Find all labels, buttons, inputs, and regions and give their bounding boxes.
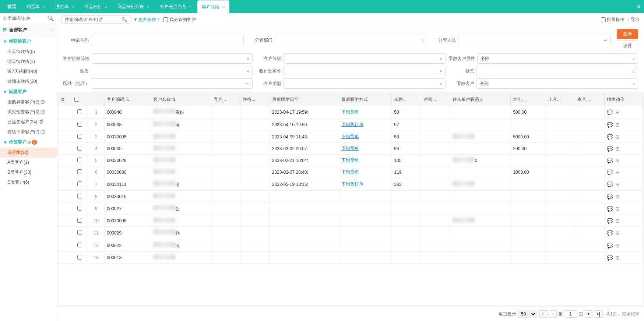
chat-icon[interactable]: 💬: [607, 243, 613, 248]
mine-filter[interactable]: 我分管的客户: [163, 17, 196, 23]
chat-icon[interactable]: 💬: [607, 230, 613, 236]
type-th[interactable]: 客户...: [211, 94, 240, 106]
last-method-th[interactable]: 最后联络方式: [339, 94, 392, 106]
row-checkbox[interactable]: [77, 206, 82, 211]
last-month-th[interactable]: 上月...: [546, 94, 575, 106]
retail-customer-input[interactable]: 全部 ∨: [476, 78, 638, 89]
contact-th[interactable]: 联络...: [240, 94, 270, 106]
close-window-icon[interactable]: ✕: [636, 3, 641, 10]
payment-input[interactable]: ∨: [284, 66, 445, 76]
select-all-checkbox[interactable]: [74, 97, 79, 102]
row-checkbox[interactable]: [77, 194, 82, 198]
customer-type-input[interactable]: ∨: [284, 78, 445, 89]
partner-th[interactable]: 往来单位联系人: [450, 94, 511, 106]
sidebar-item-declining[interactable]: 持续下滑客户(2) ②: [0, 127, 57, 137]
export-button[interactable]: ↑ 导出: [627, 17, 640, 23]
refresh-icon[interactable]: ↺: [27, 140, 31, 145]
region-input[interactable]: ···: [92, 78, 253, 89]
row-checkbox[interactable]: [77, 230, 82, 235]
grid-action-icon[interactable]: ⊞: [615, 109, 620, 115]
all-customers-header[interactable]: ⊞ 全部客户 «: [0, 24, 57, 36]
last-contact-method[interactable]: 下销货单: [339, 155, 392, 166]
person-input[interactable]: ···: [458, 35, 611, 45]
grid-action-icon[interactable]: ⊞: [615, 122, 620, 128]
name-th[interactable]: 客户名称 ⇅: [151, 94, 211, 106]
row-checkbox[interactable]: [77, 146, 82, 151]
close-customer-contact-icon[interactable]: ×: [222, 5, 225, 9]
grid-action-icon[interactable]: ⊞: [615, 218, 620, 224]
row-checkbox[interactable]: [77, 243, 82, 247]
sidebar-item-unclassified[interactable]: 未分组(32): [0, 148, 57, 158]
close-sales-icon[interactable]: ×: [43, 4, 45, 9]
row-checkbox[interactable]: [77, 134, 82, 139]
last-date-th[interactable]: 最后联络日期: [270, 94, 339, 106]
sidebar-collapse-icon[interactable]: «: [52, 28, 54, 32]
chat-icon[interactable]: 💬: [607, 146, 613, 152]
grid-action-icon[interactable]: ⊞: [615, 169, 620, 175]
row-checkbox[interactable]: [77, 255, 82, 260]
more-filters-button[interactable]: ▼ 更多条件 ∧: [133, 17, 160, 23]
close-customer-tier-icon[interactable]: ×: [189, 4, 191, 9]
retail-attr-input[interactable]: 全部 ∨: [477, 53, 638, 64]
sidebar-value-section[interactable]: ▼ 价值客户 ↺ 8: [0, 137, 57, 148]
chat-icon[interactable]: 💬: [607, 206, 613, 212]
settings-th[interactable]: ⚙: [59, 94, 72, 106]
grid-action-icon[interactable]: ⊞: [615, 146, 620, 152]
row-checkbox[interactable]: [77, 109, 82, 114]
prev-page-button[interactable]: <: [549, 310, 557, 318]
page-size-select[interactable]: 50 100: [518, 310, 536, 318]
status-input[interactable]: ∨: [476, 66, 638, 76]
nav-product-list[interactable]: 商品分析列表 ×: [113, 0, 154, 13]
sidebar-search-icon[interactable]: 🔍: [47, 15, 54, 21]
last-method-link[interactable]: 下销货单: [341, 146, 359, 151]
last-method-link[interactable]: 下销售订单: [341, 122, 363, 127]
last-contact-method[interactable]: 下销售订单: [339, 119, 392, 131]
sidebar-item-warning[interactable]: 流失预警客户(3) ②: [0, 107, 57, 117]
sidebar-pending-section[interactable]: ▼ 待联络客户: [0, 36, 57, 47]
row-checkbox[interactable]: [77, 122, 82, 127]
this-month-th[interactable]: 本月...: [575, 94, 605, 106]
phone-input[interactable]: [91, 35, 244, 45]
last-method-link[interactable]: 下销货单: [341, 134, 359, 139]
grid-action-icon[interactable]: ⊞: [615, 230, 620, 236]
last-method-link[interactable]: 下销货单: [341, 109, 359, 114]
code-th[interactable]: 客户编码 ⇅: [105, 94, 151, 106]
chat-icon[interactable]: 💬: [607, 194, 613, 200]
close-product-analysis-icon[interactable]: ×: [105, 4, 107, 9]
nav-home[interactable]: 首页: [3, 0, 21, 13]
grid-action-icon[interactable]: ⊞: [615, 255, 620, 261]
last-method-link[interactable]: 下销售订单: [341, 181, 363, 187]
nav-customer-tier[interactable]: 客户分层经营 ×: [155, 0, 196, 13]
price-level-input[interactable]: ∨: [92, 53, 253, 64]
chat-icon[interactable]: 💬: [607, 218, 613, 224]
sidebar-item-abnormal[interactable]: 囤购异常客户(2) ②: [0, 97, 57, 107]
sidebar-item-tomorrow[interactable]: 明天待联络(1): [0, 57, 57, 67]
first-page-button[interactable]: K: [539, 310, 548, 318]
last-contact-method[interactable]: 下销货单: [339, 106, 392, 119]
nav-product-analysis[interactable]: 商品分析 ×: [80, 0, 112, 13]
reset-button[interactable]: 设置: [617, 40, 638, 51]
sidebar-item-b-class[interactable]: B类客户(33): [0, 167, 57, 177]
batch-op-button[interactable]: 批量操作: [601, 17, 624, 23]
page-number-input[interactable]: [564, 310, 577, 318]
sidebar-item-lost[interactable]: 已流失客户(24) ②: [0, 117, 57, 127]
row-checkbox[interactable]: [77, 181, 82, 186]
row-checkbox[interactable]: [77, 218, 82, 223]
last-page-button[interactable]: >|: [594, 310, 603, 318]
grid-action-icon[interactable]: ⊞: [615, 181, 620, 187]
next-page-button[interactable]: >: [585, 310, 592, 318]
query-button[interactable]: 查询: [617, 29, 638, 39]
last-contact-method[interactable]: 下销货单: [339, 166, 392, 178]
sidebar-search-input[interactable]: [3, 16, 46, 21]
chat-icon[interactable]: 💬: [607, 255, 613, 261]
this-year-th[interactable]: 本年...: [511, 94, 546, 106]
not-contacted-th[interactable]: 未联...: [392, 94, 421, 106]
mine-checkbox[interactable]: [163, 17, 168, 22]
last-method-link[interactable]: 下销货单: [341, 169, 359, 174]
nature-input[interactable]: ∨: [91, 66, 253, 76]
last-contact-method[interactable]: 下销货单: [339, 143, 392, 155]
nav-customer-contact[interactable]: 客户联络 ×: [197, 0, 229, 14]
chat-icon[interactable]: 💬: [607, 158, 613, 163]
grid-action-icon[interactable]: ⊞: [615, 206, 620, 212]
customer-level-input[interactable]: ∨: [284, 53, 445, 64]
